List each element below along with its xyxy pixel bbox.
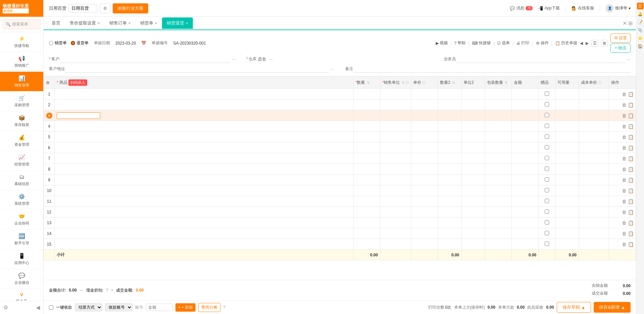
- warehouse-picker-button[interactable]: ···: [269, 57, 273, 62]
- sidebar-item-enterprise[interactable]: 🤝 企业协同: [0, 210, 43, 230]
- collapse-icon[interactable]: ◀: [36, 304, 40, 311]
- discount-help-icon[interactable]: ?: [106, 288, 108, 293]
- delete-row-button[interactable]: 🗑: [622, 242, 627, 247]
- copy-row-button[interactable]: 📋: [628, 220, 634, 226]
- split-help-icon[interactable]: ?: [223, 305, 225, 310]
- right-panel-btn-clip[interactable]: 📎: [637, 27, 644, 34]
- price-info-icon[interactable]: ⓘ: [422, 81, 426, 84]
- staff-picker-button[interactable]: ···: [627, 57, 631, 62]
- save-new-button[interactable]: 保存&新增 ▲: [594, 302, 631, 313]
- col-settings[interactable]: ⚙: [44, 77, 55, 89]
- copy-row-button[interactable]: 📋: [628, 167, 634, 172]
- unit-cell[interactable]: [380, 89, 411, 100]
- add-row-button[interactable]: +: [46, 113, 52, 119]
- copy-row-button[interactable]: 📋: [628, 156, 634, 161]
- copy-row-button[interactable]: 📋: [628, 124, 634, 129]
- copy-row-button[interactable]: 📋: [628, 231, 634, 236]
- qty-sort-icon[interactable]: ⇅: [367, 81, 370, 84]
- unit2-cell[interactable]: [462, 100, 485, 110]
- select-action[interactable]: ☑ 选单: [497, 40, 510, 46]
- help-action[interactable]: ? 帮助: [454, 40, 466, 46]
- list-view-button[interactable]: ☰: [591, 40, 598, 47]
- copy-row-button[interactable]: 📋: [628, 242, 634, 247]
- app-download-button[interactable]: 📲 App下载: [538, 5, 559, 11]
- delete-row-button[interactable]: 🗑: [622, 102, 627, 108]
- unit-info-icon[interactable]: ⓘ: [406, 81, 409, 84]
- copy-row-button[interactable]: 📋: [628, 91, 634, 97]
- qty-cell[interactable]: [353, 110, 380, 121]
- prev-record-button[interactable]: ◀: [580, 41, 583, 46]
- amount-cell[interactable]: [512, 110, 539, 121]
- delete-row-button[interactable]: 🗑: [622, 199, 627, 204]
- sidebar-item-finance[interactable]: 💰 资金管理: [0, 131, 43, 151]
- delete-row-button[interactable]: 🗑: [622, 177, 627, 183]
- cost-info-icon[interactable]: ⓘ: [598, 81, 601, 84]
- customer-input[interactable]: [59, 55, 230, 63]
- print-action[interactable]: 🖨 打印: [516, 40, 529, 46]
- delete-row-button[interactable]: 🗑: [622, 145, 627, 150]
- pack-cell[interactable]: [485, 89, 512, 100]
- qty2-cell[interactable]: [438, 89, 462, 100]
- address-input[interactable]: [65, 65, 329, 73]
- copy-row-button[interactable]: 📋: [628, 102, 634, 108]
- return-goods-radio[interactable]: 退货单: [71, 40, 89, 46]
- delete-row-button[interactable]: 🗑: [622, 124, 627, 129]
- tab-sale-goods[interactable]: 销货单 ✕: [136, 17, 162, 29]
- messages-button[interactable]: 💬 消息 70: [510, 5, 533, 11]
- address-picker-button[interactable]: ···: [330, 66, 334, 72]
- sidebar-item-wechat[interactable]: 💬 企业微信: [0, 269, 43, 289]
- grid-view-button[interactable]: ⊞: [601, 40, 608, 47]
- right-panel-btn-bell[interactable]: 🔔: [637, 11, 644, 17]
- sidebar-item-member[interactable]: V 畅会员: [0, 289, 43, 301]
- history-action[interactable]: 📋 历史单据: [555, 40, 577, 46]
- pack-cell[interactable]: [485, 100, 512, 110]
- copy-row-button[interactable]: 📋: [628, 113, 634, 118]
- operations-action[interactable]: ⚙ 操作: [536, 40, 549, 46]
- video-action[interactable]: ▶ 视频: [436, 40, 448, 46]
- gift-cell[interactable]: [539, 89, 555, 100]
- amount-cell[interactable]: [512, 89, 539, 100]
- tab-sale-price-close[interactable]: ✕: [97, 21, 100, 25]
- next-record-button[interactable]: ▶: [586, 41, 589, 46]
- qty-cell[interactable]: [353, 100, 380, 110]
- pack-cell[interactable]: [485, 110, 512, 121]
- sidebar-item-appstore[interactable]: 📱 应用中心: [0, 249, 43, 269]
- notes-input[interactable]: [353, 65, 631, 73]
- copy-row-button[interactable]: 📋: [628, 134, 634, 140]
- amount-input[interactable]: [146, 304, 173, 311]
- sidebar-item-marketing[interactable]: 📢 营销推广: [0, 52, 43, 72]
- price-cell[interactable]: [411, 100, 438, 110]
- online-service-button[interactable]: 💁 在线客服: [572, 5, 594, 11]
- delete-row-button[interactable]: 🗑: [622, 156, 627, 161]
- right-panel-btn-list[interactable]: ☰: [637, 3, 644, 9]
- expand-tabs-button[interactable]: ⊞: [628, 20, 633, 26]
- right-panel-btn-star[interactable]: ⭐: [637, 35, 644, 42]
- qty2-cell[interactable]: [438, 100, 462, 110]
- scan-input-button[interactable]: 扫码录入: [68, 79, 87, 86]
- split-cost-button[interactable]: 费用分摊: [198, 303, 220, 312]
- sidebar-item-inventory[interactable]: 📦 库存核算: [0, 111, 43, 131]
- sidebar-item-system[interactable]: ⚙️ 系统管理: [0, 190, 43, 210]
- product-cell[interactable]: [55, 89, 354, 100]
- tab-sale-order[interactable]: 销售订单 ✕: [105, 17, 136, 29]
- tab-sale-price[interactable]: 售价提取设置 ✕: [65, 17, 105, 29]
- delete-row-button[interactable]: 🗑: [622, 113, 627, 118]
- amount-cell[interactable]: [512, 100, 539, 110]
- product-cell[interactable]: [55, 100, 354, 110]
- tab-sale-order-close[interactable]: ✕: [128, 21, 131, 25]
- right-panel-btn-note[interactable]: 📝: [637, 19, 644, 25]
- topbar-settings-button[interactable]: ⚙: [100, 3, 110, 13]
- delete-row-button[interactable]: 🗑: [622, 188, 627, 193]
- unit2-cell[interactable]: [462, 89, 485, 100]
- delete-row-button[interactable]: 🗑: [622, 91, 627, 97]
- gift-cell[interactable]: [539, 100, 555, 110]
- add-payment-button[interactable]: + + 添加: [175, 303, 196, 312]
- sidebar-item-basic[interactable]: 🗂 基础信息: [0, 171, 43, 190]
- sidebar-item-operation[interactable]: 📈 经营管理: [0, 151, 43, 171]
- product-cell-active[interactable]: [55, 110, 354, 121]
- delete-row-button[interactable]: 🗑: [622, 209, 627, 215]
- price-cell[interactable]: [411, 110, 438, 121]
- pack-sort-icon[interactable]: ⇅: [505, 81, 507, 84]
- delete-row-button[interactable]: 🗑: [622, 220, 627, 226]
- delete-row-button[interactable]: 🗑: [622, 231, 627, 236]
